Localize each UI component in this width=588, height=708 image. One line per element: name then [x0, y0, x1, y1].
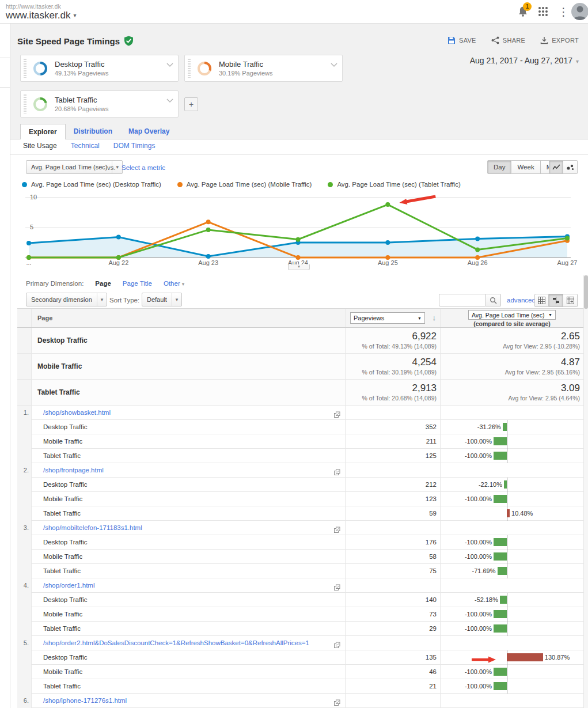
- date-range-selector[interactable]: Aug 21, 2017 - Aug 27, 2017▾: [470, 56, 579, 65]
- chevron-down-icon[interactable]: [166, 59, 173, 70]
- summary-metric-subtext: Avg for View: 2.95 (65.16%): [441, 368, 583, 376]
- row-gutter: [17, 328, 32, 353]
- dimension-option-page[interactable]: Page: [95, 280, 111, 287]
- motion-chart-button[interactable]: [563, 160, 578, 174]
- page-url-link[interactable]: /shop/showbasket.html: [32, 406, 111, 419]
- segment-card-tablet-traffic[interactable]: Tablet Traffic20.68% Pageviews: [20, 90, 179, 118]
- sort-descending-icon[interactable]: ↓: [433, 313, 437, 322]
- segment-row-name: Mobile Traffic: [32, 438, 82, 445]
- svg-text:10: 10: [30, 194, 37, 200]
- share-button[interactable]: SHARE: [491, 36, 525, 44]
- sidebar-divider: [0, 58, 10, 58]
- user-avatar[interactable]: [571, 3, 588, 20]
- page-url-link[interactable]: /shop/order2.html&DoSalesDiscountCheck=1…: [32, 636, 309, 650]
- subtab-site-usage[interactable]: Site Usage: [23, 142, 57, 150]
- pageviews-value: 135: [426, 654, 440, 661]
- segment-row-name: Desktop Traffic: [32, 481, 88, 488]
- table-grid-icon: [538, 297, 545, 304]
- table-search-input[interactable]: [439, 294, 486, 306]
- comparison-view-button[interactable]: [549, 294, 563, 307]
- segment-detail-row: Tablet Traffic29-100.00%: [17, 622, 583, 636]
- comparison-bar: [494, 495, 507, 503]
- tab-distribution[interactable]: Distribution: [66, 124, 120, 139]
- comparison-axis: [507, 420, 507, 434]
- search-button[interactable]: [486, 294, 501, 306]
- pageviews-value: 73: [429, 611, 440, 618]
- segment-detail-row: Desktop Traffic212-22.10%: [17, 478, 583, 492]
- legend-item[interactable]: Avg. Page Load Time (sec) (Desktop Traff…: [22, 181, 161, 188]
- page-url-link[interactable]: /shop/order1.html: [32, 578, 95, 592]
- comparison-bar: [498, 567, 507, 575]
- comparison-bar: [494, 538, 507, 546]
- comparison-percent-label: -71.69%: [472, 564, 496, 578]
- legend-item[interactable]: Avg. Page Load Time (sec) (Mobile Traffi…: [177, 181, 312, 188]
- chevron-down-icon[interactable]: [331, 59, 337, 70]
- external-link-icon[interactable]: [333, 697, 340, 708]
- pivot-view-button[interactable]: [563, 294, 578, 307]
- segment-row-name: Tablet Traffic: [32, 625, 81, 632]
- granularity-week[interactable]: Week: [511, 160, 540, 174]
- chevron-down-icon[interactable]: [166, 95, 173, 105]
- data-view-button[interactable]: [534, 294, 549, 307]
- subtab-dom-timings[interactable]: DOM Timings: [113, 142, 155, 150]
- segment-detail-row: Desktop Traffic135130.87%: [17, 650, 583, 665]
- sort-type-dropdown[interactable]: Default ▾: [142, 293, 182, 306]
- page-row: 2./shop/frontpage.html: [17, 463, 583, 478]
- comparison-percent-label: -100.00%: [465, 550, 492, 563]
- pageviews-column-select[interactable]: Pageviews▼: [350, 312, 425, 324]
- segment-detail-row: Mobile Traffic73-100.00%: [17, 607, 583, 622]
- data-table: Page Pageviews▼ ↓ Avg. Page Load Time (s…: [17, 308, 583, 708]
- comparison-axis: [507, 449, 507, 463]
- page-url-link[interactable]: /shop/mobiltelefon-171183s1.html: [32, 521, 142, 535]
- drag-handle-icon: [24, 59, 26, 78]
- scrollbar-thumb[interactable]: [584, 275, 588, 309]
- granularity-day[interactable]: Day: [487, 160, 511, 174]
- add-segment-button[interactable]: +: [184, 97, 198, 111]
- segment-row-name: Desktop Traffic: [32, 654, 88, 661]
- timeline-slider-handle[interactable]: ▾: [288, 264, 310, 270]
- pageviews-value: 59: [429, 510, 440, 517]
- comparison-axis: [507, 665, 507, 679]
- tab-explorer[interactable]: Explorer: [20, 124, 66, 139]
- more-vertical-icon[interactable]: ⋮: [558, 5, 569, 18]
- advanced-search-link[interactable]: advanced: [507, 297, 536, 304]
- apps-grid-icon[interactable]: [538, 6, 548, 19]
- summary-metric-subtext: Avg for View: 2.95 (4.64%): [441, 394, 583, 402]
- account-switcher[interactable]: www.itasker.dk▾: [6, 10, 76, 21]
- dimension-option-page-title[interactable]: Page Title: [123, 280, 152, 287]
- collapsed-sidebar[interactable]: [0, 24, 10, 708]
- chart-type-toggle: [549, 160, 578, 174]
- chevron-down-icon: ▾: [97, 293, 107, 306]
- line-chart-button[interactable]: [549, 160, 563, 174]
- export-button[interactable]: EXPORT: [540, 36, 579, 44]
- explorer-subtabs: Site UsageTechnicalDOM Timings: [23, 142, 155, 150]
- table-summary-rows: Desktop Traffic6,922% of Total: 49.13% (…: [17, 328, 583, 406]
- select-a-metric-link[interactable]: Select a metric: [122, 164, 165, 171]
- page-title: Site Speed Page Timings: [17, 36, 120, 46]
- row-gutter: [17, 607, 32, 622]
- legend-item[interactable]: Avg. Page Load Time (sec) (Tablet Traffi…: [328, 181, 460, 188]
- page-url-link[interactable]: /shop/frontpage.html: [32, 463, 104, 477]
- segment-card-mobile-traffic[interactable]: Mobile Traffic30.19% Pageviews: [184, 55, 343, 82]
- segment-detail-row: Tablet Traffic21-100.00%: [17, 679, 583, 694]
- secondary-dimension-dropdown[interactable]: Secondary dimension ▾: [26, 293, 107, 306]
- page-url-link[interactable]: /shop/iphone-171276s1.html: [32, 694, 127, 707]
- tab-map-overlay[interactable]: Map Overlay: [120, 124, 177, 139]
- legend-label: Avg. Page Load Time (sec) (Tablet Traffi…: [337, 181, 460, 188]
- row-index: 6.: [17, 694, 32, 708]
- segment-card-desktop-traffic[interactable]: Desktop Traffic49.13% Pageviews: [20, 55, 179, 82]
- summary-pageviews-value: 4,254: [346, 354, 440, 368]
- verified-shield-icon: [124, 36, 134, 46]
- dimension-option-other[interactable]: Other▾: [164, 280, 184, 287]
- metric-column-select[interactable]: Avg. Page Load Time (sec)▼: [468, 310, 556, 320]
- page-row: 5./shop/order2.html&DoSalesDiscountCheck…: [17, 636, 583, 650]
- top-bar: http://www.itasker.dk www.itasker.dk▾ 1 …: [0, 0, 588, 24]
- motion-chart-icon: [566, 164, 574, 171]
- comparison-axis: [507, 593, 507, 607]
- save-button[interactable]: SAVE: [447, 36, 476, 44]
- pageviews-value: 46: [429, 668, 440, 675]
- page-row: 3./shop/mobiltelefon-171183s1.html: [17, 521, 583, 535]
- subtab-technical[interactable]: Technical: [71, 142, 100, 150]
- svg-text:Aug 25: Aug 25: [378, 259, 398, 266]
- report-toolbar: Site Speed Page Timings: [17, 35, 134, 47]
